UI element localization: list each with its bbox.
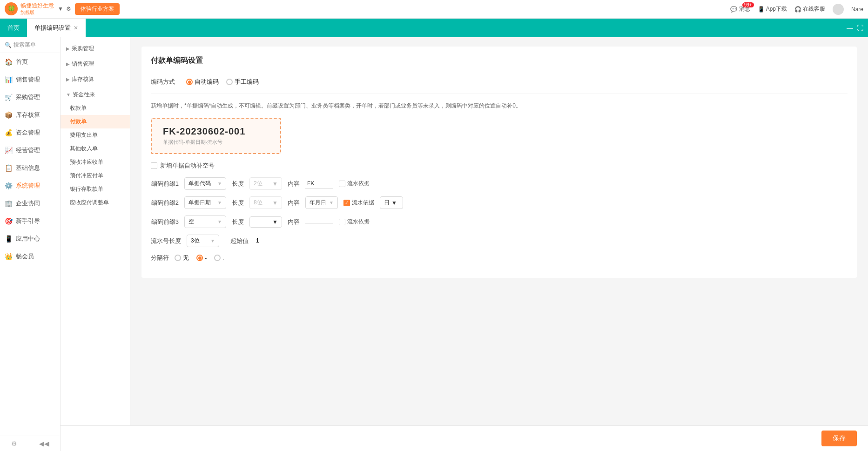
prefix1-arrow: ▼	[217, 181, 222, 186]
capital-arrow: ▼	[66, 92, 71, 97]
collapse-icon[interactable]: ◀◀	[39, 440, 49, 447]
logo-area: 🍀 畅捷通好生意 旗舰版	[5, 2, 54, 15]
length3-select[interactable]: ▼	[249, 216, 282, 228]
sidebar-item-enterprise[interactable]: 🏢 企业协同	[0, 195, 60, 212]
serial-start-label: 起始值	[230, 237, 249, 245]
length2-value: 8位	[254, 199, 262, 207]
prefix3-select[interactable]: 空 ▼	[184, 215, 226, 228]
settings-bottom-icon[interactable]: ⚙	[11, 440, 17, 447]
tab-home[interactable]: 首页	[0, 19, 27, 37]
serial-start-input[interactable]	[254, 236, 282, 246]
sidebar-label-sales: 销售管理	[16, 75, 40, 84]
code-preview-main: FK-20230602-001	[163, 126, 269, 137]
sec-item-expense[interactable]: 费用支出单	[61, 128, 130, 142]
save-button[interactable]: 保存	[821, 431, 857, 446]
radio-auto[interactable]: 自动编码	[186, 78, 219, 86]
sidebar-item-sales[interactable]: 📊 销售管理	[0, 71, 60, 88]
nav-dropdown-arrow[interactable]: ▼	[58, 6, 63, 12]
radio-manual-label: 手工编码	[235, 78, 259, 86]
prefix3-label: 编码前缀3	[151, 218, 179, 226]
prefix1-value: 单据代码	[188, 180, 211, 188]
sec-item-bank-deposit[interactable]: 银行存取款单	[61, 182, 130, 196]
prefix3-row: 编码前缀3 空 ▼ 长度 ▼ 内容 流水依据	[151, 215, 848, 228]
message-btn[interactable]: 💬 消息 99+	[730, 5, 750, 13]
length2-arrow: ▼	[272, 200, 278, 206]
top-bar-right: 💬 消息 99+ 📱 App下载 🎧 在线客服 Nare	[730, 4, 863, 15]
serial3-check[interactable]: 流水依据	[339, 218, 370, 226]
sec-section-purchase: ▶ 采购管理	[61, 42, 130, 55]
sidebar-label-home: 首页	[16, 58, 28, 66]
length1-arrow: ▼	[272, 181, 278, 187]
sep-dot-circle	[214, 255, 221, 261]
search-label: 搜索菜单	[13, 41, 36, 49]
prefix2-row: 编码前缀2 单据日期 ▼ 长度 8位 ▼ 内容 年月日 ▼ ✓ 流水依据	[151, 196, 848, 209]
avatar[interactable]	[833, 4, 844, 15]
serial1-check[interactable]: 流水依据	[339, 180, 370, 188]
serial-length-select[interactable]: 3位 ▼	[187, 235, 219, 247]
sidebar-item-purchase[interactable]: 🛒 采购管理	[0, 88, 60, 106]
tab-minimize-icon[interactable]: —	[847, 24, 853, 32]
sec-item-receipt[interactable]: 收款单	[61, 101, 130, 115]
sidebar-label-enterprise: 企业协同	[16, 199, 40, 208]
tab-bar: 首页 单据编码设置 ✕ — ⛶	[0, 19, 868, 37]
serial1-label: 流水依据	[347, 180, 370, 188]
sidebar-item-basic[interactable]: 📋 基础信息	[0, 159, 60, 177]
sec-item-bank-deposit-label: 银行存取款单	[70, 186, 103, 192]
try-btn[interactable]: 体验行业方案	[75, 3, 120, 15]
online-service-btn[interactable]: 🎧 在线客服	[794, 5, 825, 13]
prefix2-arrow: ▼	[217, 200, 222, 205]
sidebar-item-appcenter[interactable]: 📱 应用中心	[0, 230, 60, 248]
serial3-label: 流水依据	[347, 218, 370, 226]
sec-section-purchase-header[interactable]: ▶ 采购管理	[61, 42, 130, 55]
serial3-checkbox[interactable]	[339, 219, 345, 225]
sec-section-sales-header[interactable]: ▶ 销售管理	[61, 57, 130, 71]
sidebar-item-inventory[interactable]: 📦 库存核算	[0, 106, 60, 124]
bottom-bar: 保存	[61, 425, 868, 451]
separator-radio-group: 无 - .	[175, 254, 224, 262]
message-icon: 💬	[730, 6, 737, 13]
sidebar-item-finance[interactable]: 💰 资金管理	[0, 124, 60, 141]
serial2-check[interactable]: ✓ 流水依据	[343, 199, 374, 207]
purchase-arrow: ▶	[66, 46, 70, 51]
sec-section-inventory-header[interactable]: ▶ 库存核算	[61, 73, 130, 86]
sec-item-advance-pay[interactable]: 预付冲应付单	[61, 169, 130, 182]
app-download-btn[interactable]: 📱 App下载	[758, 5, 787, 13]
sec-item-other-income[interactable]: 其他收入单	[61, 142, 130, 155]
sep-dot[interactable]: .	[214, 255, 224, 262]
serial1-checkbox[interactable]	[339, 181, 345, 187]
serial2-label: 流水依据	[352, 199, 374, 207]
serial2-checkbox[interactable]: ✓	[343, 200, 350, 206]
page-title: 付款单编码设置	[151, 56, 848, 66]
separator-label: 分隔符	[151, 254, 169, 262]
sec-item-payment[interactable]: 付款单	[61, 115, 130, 128]
auto-fill-row: 新增单据自动补空号	[151, 162, 848, 170]
radio-auto-circle	[186, 79, 193, 85]
sec-item-ar-ap[interactable]: 应收应付调整单	[61, 196, 130, 209]
sidebar-item-newguide[interactable]: 🎯 新手引导	[0, 212, 60, 230]
sidebar-item-system[interactable]: ⚙️ 系统管理	[0, 177, 60, 195]
secondary-sidebar: ▶ 采购管理 ▶ 销售管理 ▶ 库存核算 ▼ 资金往来 收款单	[61, 37, 130, 451]
content2-select[interactable]: 年月日 ▼	[305, 196, 338, 209]
sec-section-capital: ▼ 资金往来 收款单 付款单 费用支出单 其他收入单 预收冲应收单 预付冲应付单	[61, 88, 130, 209]
tab-close-icon[interactable]: ✕	[74, 25, 78, 31]
sidebar-search[interactable]: 🔍 搜索菜单	[0, 37, 60, 53]
day-select[interactable]: 日 ▼	[380, 196, 403, 209]
sidebar-item-home[interactable]: 🏠 首页	[0, 53, 60, 71]
tab-encoding[interactable]: 单据编码设置 ✕	[27, 19, 86, 37]
logo-sub: 旗舰版	[20, 9, 54, 16]
sidebar-item-operations[interactable]: 📈 经营管理	[0, 141, 60, 159]
prefix2-select[interactable]: 单据日期 ▼	[184, 196, 226, 209]
auto-fill-checkbox[interactable]	[151, 162, 157, 169]
sec-item-advance-recv[interactable]: 预收冲应收单	[61, 155, 130, 169]
sec-section-capital-header[interactable]: ▼ 资金往来	[61, 88, 130, 101]
tab-home-label: 首页	[7, 24, 20, 32]
settings-icon[interactable]: ⚙	[66, 6, 71, 12]
radio-manual[interactable]: 手工编码	[226, 78, 259, 86]
purchase-icon: 🛒	[5, 94, 12, 101]
prefix1-select[interactable]: 单据代码 ▼	[184, 177, 226, 190]
sidebar-item-member[interactable]: 👑 畅会员	[0, 248, 60, 265]
sep-none[interactable]: 无	[175, 254, 189, 262]
sep-dash[interactable]: -	[196, 255, 207, 262]
inventory-icon: 📦	[5, 111, 12, 119]
tab-maximize-icon[interactable]: ⛶	[857, 24, 863, 32]
